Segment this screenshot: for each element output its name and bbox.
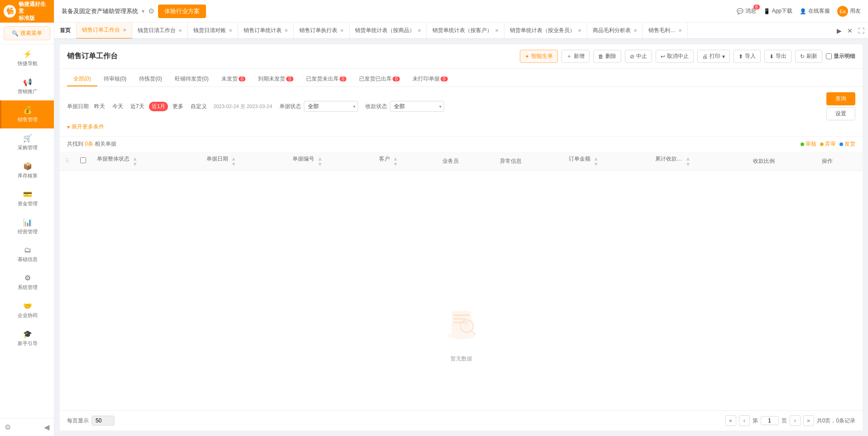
show-detail-checkbox[interactable] (826, 53, 832, 59)
shortcut-7days[interactable]: 近7天 (128, 102, 147, 111)
shortcut-custom[interactable]: 自定义 (188, 102, 210, 111)
online-service-button[interactable]: 👤 在线客服 (800, 7, 830, 15)
tabs-scroll-right-icon[interactable]: ▶ (835, 26, 844, 35)
stop-button[interactable]: ⊘ 中止 (625, 50, 652, 63)
delete-button[interactable]: 🗑 删除 (593, 50, 621, 63)
sidebar-item-shortcuts[interactable]: ⚡ 快捷导航 (0, 44, 54, 72)
sidebar-item-finance[interactable]: 💳 资金管理 (0, 185, 54, 213)
first-page-button[interactable]: « (725, 415, 736, 426)
tab-sales-profit[interactable]: 销售毛利… ✕ (643, 23, 688, 39)
tab-close-sales-customer[interactable]: ✕ (495, 28, 499, 33)
refresh-button[interactable]: ↻ 刷新 (795, 50, 822, 63)
page-number-input[interactable] (761, 416, 779, 425)
tab-close-sales-order[interactable]: ✕ (123, 28, 126, 33)
batch-ship-button[interactable]: 发货 (839, 140, 855, 148)
payment-select[interactable]: 全部 (390, 101, 444, 112)
user-menu-button[interactable]: Ea 用友 (837, 6, 861, 17)
sidebar-item-marketing[interactable]: 📢 营销推广 (0, 72, 54, 100)
tab-sales-goods[interactable]: 销货单统计表（按商品） ✕ (350, 23, 427, 39)
settings-bottom-icon[interactable]: ⚙ (5, 423, 11, 431)
filter-tab-wangpu-ship[interactable]: 旺铺待发货(0) (168, 72, 215, 86)
col-collected[interactable]: 累计收款… ▲▼ (650, 152, 748, 171)
expand-system-icon[interactable]: ▾ (142, 8, 144, 14)
tab-cash-clearing[interactable]: 钱货日清工作台 ✕ (132, 23, 188, 39)
filter-tab-pending-pick[interactable]: 待拣货(0) (133, 72, 168, 86)
sidebar-item-purchase[interactable]: 🛒 采购管理 (0, 128, 54, 156)
print-button[interactable]: 🖨 打印 ▾ (697, 50, 730, 63)
tab-gross-margin[interactable]: 商品毛利分析表 ✕ (587, 23, 643, 39)
batch-audit-button[interactable]: 审核 (801, 140, 816, 148)
show-detail-checkbox-wrap[interactable]: 显示明细 (826, 52, 855, 60)
tab-close-cash-reconcile[interactable]: ✕ (229, 28, 232, 33)
cancel-stop-button[interactable]: ↩ 取消中止 (656, 50, 694, 63)
sidebar-item-operations[interactable]: 📊 经营管理 (0, 213, 54, 241)
query-button[interactable]: 查询 (826, 92, 855, 105)
message-button[interactable]: 💬 消息 6 (737, 7, 756, 15)
sidebar-item-guide[interactable]: 🎓 新手引导 (0, 324, 54, 352)
filter-tab-pending-audit[interactable]: 待审核(0) (97, 72, 133, 86)
tab-home[interactable]: 首页 (54, 23, 77, 39)
tab-close-sales-profit[interactable]: ✕ (678, 28, 682, 33)
shortcut-1month[interactable]: 近1月 (149, 102, 168, 111)
tab-close-sales-staff[interactable]: ✕ (578, 28, 581, 33)
tab-sales-order-workbench[interactable]: 销售订单工作台 ✕ (77, 23, 132, 39)
tab-close-cash-clearing[interactable]: ✕ (178, 28, 182, 33)
col-staff[interactable]: 业务员 (437, 152, 494, 171)
col-amount[interactable]: 订单金额 ▲▼ (563, 152, 650, 171)
cancel-dot (820, 142, 824, 146)
tab-sales-staff[interactable]: 销货单统计表（按业务员） ✕ (504, 23, 587, 39)
filter-tab-shipped-out[interactable]: 已发货已出库0 (353, 72, 406, 86)
set-button[interactable]: 设置 (826, 107, 855, 120)
import-button[interactable]: ⬆ 导入 (734, 50, 761, 63)
status-select[interactable]: 全部 (304, 101, 358, 112)
page-size-select[interactable]: 20 50 100 (91, 416, 115, 426)
select-all-column[interactable] (75, 152, 91, 171)
tabs-close-icon[interactable]: ✕ (845, 26, 854, 35)
tab-sales-exec[interactable]: 销售订单执行表 ✕ (294, 23, 350, 39)
prev-page-button[interactable]: ‹ (739, 415, 750, 426)
app-download-button[interactable]: 📱 App下载 (763, 7, 792, 15)
collapse-sidebar-icon[interactable]: ◀ (44, 423, 49, 431)
col-number[interactable]: 单据编号 ▲▼ (287, 152, 374, 171)
col-ratio[interactable]: 收款比例 (748, 152, 816, 171)
tab-close-sales-exec[interactable]: ✕ (340, 28, 344, 33)
col-customer[interactable]: 客户 ▲▼ (374, 152, 437, 171)
print-dropdown-icon[interactable]: ▾ (722, 53, 725, 60)
tab-sales-stats[interactable]: 销售订单统计表 ✕ (238, 23, 294, 39)
tab-sales-customer[interactable]: 销货单统计表（按客户） ✕ (427, 23, 504, 39)
shortcut-today[interactable]: 今天 (110, 102, 126, 111)
sidebar-item-inventory[interactable]: 📦 库存核算 (0, 156, 54, 185)
tab-close-sales-stats[interactable]: ✕ (284, 28, 288, 33)
filter-tab-all[interactable]: 全部(0) (67, 72, 97, 86)
filter-tab-unshipped[interactable]: 未发货0 (215, 72, 252, 86)
col-exception[interactable]: 异常信息 (494, 152, 563, 171)
ai-generate-button[interactable]: ✦ 智能生单 (520, 50, 558, 63)
col-date[interactable]: 单据日期 ▲▼ (201, 152, 288, 171)
sidebar-item-system[interactable]: ⚙ 系统管理 (0, 268, 54, 296)
sidebar-item-basic-info[interactable]: 🗂 基础信息 (0, 241, 54, 268)
col-status[interactable]: 单据整体状态 ▲▼ (91, 152, 201, 171)
sidebar-item-cooperation[interactable]: 🤝 企业协同 (0, 296, 54, 324)
tab-close-sales-goods[interactable]: ✕ (417, 28, 421, 33)
shortcut-more[interactable]: 更多 (170, 102, 186, 111)
empty-svg (439, 302, 484, 342)
search-menu-button[interactable]: 🔍 搜索菜单 (4, 26, 50, 40)
stop-icon: ⊘ (630, 53, 634, 60)
sidebar-item-sales[interactable]: 💰 销售管理 (0, 100, 54, 128)
experience-plan-button[interactable]: 体验行业方案 (158, 5, 206, 18)
tab-cash-reconcile[interactable]: 钱货日清对账 ✕ (188, 23, 238, 39)
last-page-button[interactable]: » (803, 415, 814, 426)
filter-tab-unprinted[interactable]: 未打印单据0 (406, 72, 454, 86)
tabs-fullscreen-icon[interactable]: ⛶ (856, 26, 866, 35)
topbar-settings-icon[interactable]: ⚙ (148, 7, 154, 15)
next-page-button[interactable]: › (790, 415, 801, 426)
export-button[interactable]: ⬇ 导出 (764, 50, 791, 63)
tab-close-gross-margin[interactable]: ✕ (633, 28, 637, 33)
filter-tab-shipped-not-out[interactable]: 已发货未出库0 (300, 72, 353, 86)
add-button[interactable]: ＋ 新增 (561, 50, 590, 63)
filter-tab-overdue-ship[interactable]: 到期未发货0 (252, 72, 300, 86)
expand-conditions-button[interactable]: ▾ 展开更多条件 (67, 123, 855, 131)
select-all-checkbox[interactable] (80, 157, 86, 163)
shortcut-yesterday[interactable]: 昨天 (91, 102, 108, 111)
batch-cancel-button[interactable]: 弃审 (820, 140, 836, 148)
